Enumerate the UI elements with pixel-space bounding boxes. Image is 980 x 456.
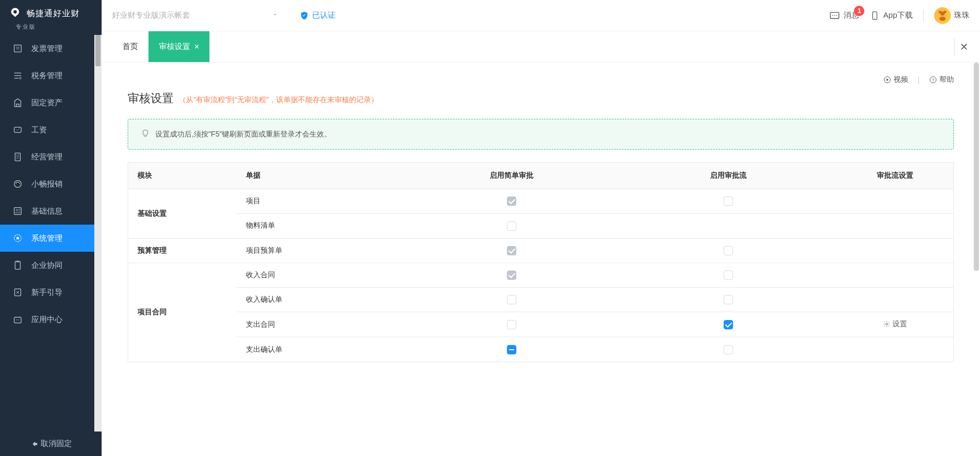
- sidebar-item-label: 税务管理: [31, 71, 63, 81]
- sidebar-item-label: 发票管理: [31, 44, 63, 54]
- checkbox[interactable]: [507, 221, 516, 231]
- account-selector[interactable]: 好业财专业版演示帐套: [112, 7, 279, 23]
- lightbulb-icon: [141, 129, 150, 140]
- sidebar-unpin-button[interactable]: 取消固定: [0, 432, 102, 456]
- simple-cell: [403, 263, 620, 287]
- sidebar-item-3[interactable]: 工资: [0, 116, 102, 143]
- sidebar-item-9[interactable]: 新手引导: [0, 279, 102, 306]
- sidebar-item-5[interactable]: 小畅报销: [0, 170, 102, 198]
- sidebar-item-8[interactable]: 企业协同: [0, 252, 102, 279]
- tip-box: 设置成功后,须按"F5"键刷新页面或重新登录才会生效。: [128, 119, 954, 150]
- svg-point-16: [836, 15, 837, 16]
- sidebar-nav: 发票管理税务管理固定资产工资经营管理小畅报销基础信息系统管理企业协同新手引导应用…: [0, 35, 102, 432]
- col-header-setting: 审批流设置: [837, 163, 953, 189]
- checkbox[interactable]: [724, 345, 733, 354]
- svg-text:?: ?: [932, 78, 935, 82]
- svg-point-15: [834, 15, 835, 16]
- tab-home[interactable]: 首页: [112, 31, 148, 62]
- svg-point-1: [19, 77, 21, 79]
- nav-icon: [13, 43, 23, 54]
- doc-cell: 项目: [237, 189, 403, 214]
- svg-point-18: [874, 18, 875, 19]
- flow-cell: [620, 337, 837, 362]
- brand-header: 畅捷通好业财: [0, 0, 102, 25]
- sidebar-item-10[interactable]: 应用中心: [0, 306, 102, 333]
- flow-cell: [620, 263, 837, 287]
- page-header: 审核设置 （从“有审流程”到“无审流程”，该单据不能存在未审核的记录）: [128, 91, 954, 106]
- checkbox[interactable]: [724, 246, 733, 255]
- simple-cell: [403, 337, 620, 362]
- sidebar-item-label: 小畅报销: [31, 179, 63, 189]
- sidebar-item-4[interactable]: 经营管理: [0, 143, 102, 170]
- checkbox[interactable]: [724, 196, 733, 206]
- sidebar-item-label: 系统管理: [31, 233, 63, 243]
- checkbox[interactable]: [507, 270, 516, 280]
- sidebar-item-7[interactable]: 系统管理: [0, 225, 102, 252]
- checkbox[interactable]: [724, 295, 733, 304]
- doc-cell: 项目预算单: [237, 238, 403, 263]
- module-cell: 基础设置: [128, 189, 237, 239]
- tab-audit-settings[interactable]: 审核设置 ×: [148, 31, 209, 62]
- help-link[interactable]: ? 帮助: [929, 75, 954, 84]
- table-row: 支出确认单: [128, 337, 954, 362]
- checkbox[interactable]: [507, 246, 516, 255]
- sidebar-scrollbar[interactable]: [94, 35, 102, 432]
- svg-rect-12: [14, 317, 21, 323]
- page-content: 视频 | ? 帮助 审核设置 （从“有审流程”到“无审流程”，该单据不能存在未审…: [102, 63, 980, 456]
- sidebar-item-0[interactable]: 发票管理: [0, 35, 102, 62]
- main-area: 好业财专业版演示帐套 已认证 消息 1 App下载: [102, 0, 980, 456]
- setting-cell: [837, 238, 953, 263]
- sidebar-unpin-label: 取消固定: [41, 439, 72, 449]
- settings-table: 模块 单据 启用简单审批 启用审批流 审批流设置 基础设置项目物料清单预算管理项…: [128, 162, 954, 362]
- page-actions: 视频 | ? 帮助: [128, 75, 954, 84]
- video-link[interactable]: 视频: [883, 75, 908, 84]
- certified-badge[interactable]: 已认证: [300, 10, 336, 20]
- help-icon: ?: [929, 76, 937, 84]
- sidebar-item-label: 应用中心: [31, 315, 63, 325]
- sidebar-item-2[interactable]: 固定资产: [0, 89, 102, 116]
- messages-badge: 1: [854, 6, 864, 16]
- mobile-icon: [870, 10, 880, 21]
- setting-label: 设置: [892, 319, 907, 329]
- checkbox[interactable]: [724, 270, 733, 280]
- flow-cell: [620, 288, 837, 312]
- checkbox[interactable]: [507, 295, 516, 304]
- table-row: 项目合同收入合同: [128, 263, 954, 287]
- checkbox[interactable]: [724, 320, 733, 329]
- sidebar-scrollbar-thumb[interactable]: [95, 35, 101, 66]
- messages-button[interactable]: 消息 1: [829, 10, 859, 21]
- svg-rect-0: [14, 45, 21, 52]
- col-header-simple: 启用简单审批: [403, 163, 620, 189]
- nav-icon: [13, 152, 23, 162]
- sidebar-item-label: 固定资产: [31, 98, 63, 108]
- table-row: 物料清单: [128, 214, 954, 238]
- close-all-tabs-icon[interactable]: ✕: [954, 39, 974, 55]
- page-title: 审核设置: [128, 91, 173, 106]
- setting-link[interactable]: 设置: [883, 319, 907, 329]
- module-cell: 项目合同: [128, 263, 237, 362]
- svg-point-20: [939, 17, 946, 21]
- flow-cell: [620, 189, 837, 214]
- doc-cell: 收入确认单: [237, 288, 403, 312]
- simple-cell: [403, 312, 620, 337]
- checkbox[interactable]: [507, 196, 516, 206]
- sidebar-item-1[interactable]: 税务管理: [0, 62, 102, 89]
- tab-close-icon[interactable]: ×: [194, 42, 199, 52]
- nav-icon: [13, 260, 23, 270]
- content-scrollbar-thumb[interactable]: [974, 63, 979, 271]
- doc-cell: 物料清单: [237, 214, 403, 238]
- sidebar: 畅捷通好业财 专业版 发票管理税务管理固定资产工资经营管理小畅报销基础信息系统管…: [0, 0, 102, 456]
- nav-icon: [13, 70, 23, 81]
- sidebar-item-6[interactable]: 基础信息: [0, 198, 102, 225]
- sidebar-item-label: 工资: [31, 125, 47, 135]
- app-download-button[interactable]: App下载: [870, 10, 913, 21]
- checkbox[interactable]: [507, 320, 516, 329]
- tab-audit-label: 审核设置: [159, 42, 190, 52]
- flow-cell: [620, 238, 837, 263]
- checkbox[interactable]: [507, 345, 516, 354]
- content-scrollbar[interactable]: [973, 63, 980, 456]
- user-menu[interactable]: 珠珠: [934, 7, 970, 24]
- shield-icon: [300, 11, 309, 20]
- col-header-module: 模块: [128, 163, 237, 189]
- flow-cell: [620, 214, 837, 238]
